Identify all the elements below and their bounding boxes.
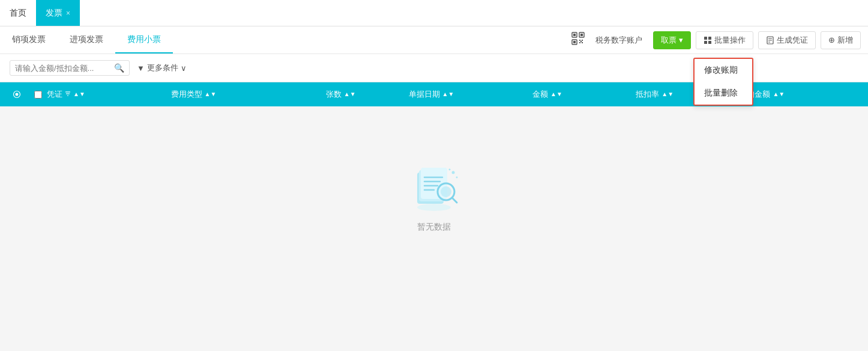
svg-rect-1: [573, 34, 576, 36]
settings-icon: [12, 90, 22, 99]
sort-icon-expense-type[interactable]: ▲▼: [205, 92, 217, 97]
svg-point-35: [449, 169, 451, 171]
th-voucher: 凭证 ▲▼: [47, 89, 171, 100]
modify-period-item[interactable]: 修改账期: [695, 59, 752, 82]
svg-rect-7: [582, 40, 583, 41]
batch-delete-item[interactable]: 批量删除: [695, 82, 752, 105]
svg-rect-11: [704, 37, 707, 40]
top-nav: 首页 发票 ×: [0, 0, 868, 26]
filter-icon-voucher[interactable]: [65, 90, 71, 99]
sort-icon-count[interactable]: ▲▼: [344, 92, 356, 97]
select-all-checkbox[interactable]: [34, 91, 42, 99]
sort-icon-date[interactable]: ▲▼: [442, 92, 454, 97]
svg-rect-14: [708, 41, 711, 44]
nav-tab-label: 发票: [46, 8, 62, 19]
th-amount: 金额 ▲▼: [532, 89, 636, 100]
fetch-ticket-label: 取票: [661, 35, 677, 46]
th-checkbox[interactable]: [29, 91, 47, 99]
nav-tab-invoice[interactable]: 发票 ×: [36, 0, 80, 26]
tax-account-label: 税务数字账户: [595, 35, 642, 46]
search-wrap: 🔍: [10, 60, 130, 76]
svg-rect-3: [580, 34, 583, 36]
tab-sales-invoice[interactable]: 销项发票: [0, 26, 58, 53]
empty-illustration: [404, 154, 464, 215]
empty-text: 暂无数据: [417, 222, 451, 233]
generate-voucher-btn[interactable]: 生成凭证: [758, 31, 816, 49]
add-label: 新增: [837, 35, 853, 46]
batch-operation-btn[interactable]: 批量操作: [696, 31, 753, 49]
svg-rect-8: [579, 42, 580, 43]
fetch-arrow-icon: ▾: [679, 35, 683, 44]
th-date: 单据日期 ▲▼: [409, 89, 533, 100]
svg-rect-12: [708, 37, 711, 40]
th-expense-type: 费用类型 ▲▼: [171, 89, 326, 100]
nav-home[interactable]: 首页: [0, 0, 36, 26]
tax-account-btn[interactable]: 税务数字账户: [589, 32, 648, 49]
more-filter-btn[interactable]: ▼ 更多条件 ∨: [137, 63, 187, 73]
generate-voucher-label: 生成凭证: [777, 35, 808, 46]
svg-rect-10: [580, 41, 582, 42]
svg-rect-5: [573, 41, 576, 43]
sort-icon-deduct-amount[interactable]: ▲▼: [773, 92, 785, 97]
qr-icon[interactable]: [571, 32, 585, 48]
th-deduct-amount: 抵扣金额 ▲▼: [739, 89, 863, 100]
search-icon[interactable]: 🔍: [114, 63, 124, 73]
svg-line-32: [452, 198, 457, 203]
sub-tabs-bar: 销项发票 进项发票 费用小票 税务数字账户: [0, 26, 868, 54]
svg-point-33: [452, 171, 455, 174]
add-btn[interactable]: ⊕ 新增: [821, 31, 861, 49]
svg-point-34: [456, 177, 458, 179]
sort-icon-voucher[interactable]: ▲▼: [73, 92, 85, 97]
svg-rect-6: [579, 40, 580, 41]
batch-icon: [704, 36, 712, 44]
toolbar: 税务数字账户 取票 ▾ 批量操作 修改账期 批量删除: [571, 26, 868, 53]
svg-point-31: [441, 186, 451, 197]
th-count: 张数 ▲▼: [326, 89, 409, 100]
batch-btn-wrap: 批量操作 修改账期 批量删除: [696, 31, 753, 49]
fetch-ticket-btn[interactable]: 取票 ▾: [653, 31, 691, 49]
close-icon[interactable]: ×: [66, 9, 70, 17]
batch-label: 批量操作: [714, 35, 746, 46]
add-icon: ⊕: [828, 35, 835, 44]
th-settings[interactable]: [5, 90, 29, 99]
svg-rect-13: [704, 41, 707, 44]
voucher-icon: [766, 36, 774, 44]
filter-chevron: ∨: [181, 64, 187, 73]
search-input[interactable]: [15, 64, 114, 73]
empty-state: 暂无数据: [0, 106, 868, 257]
filter-icon: ▼: [137, 64, 145, 73]
more-filter-label: 更多条件: [147, 63, 178, 73]
sort-icon-amount[interactable]: ▲▼: [550, 92, 562, 97]
tab-expense-receipt[interactable]: 费用小票: [115, 26, 173, 53]
tab-purchase-invoice[interactable]: 进项发票: [58, 26, 115, 53]
sort-icon-rate[interactable]: ▲▼: [662, 92, 674, 97]
svg-rect-9: [582, 42, 583, 43]
batch-dropdown-menu: 修改账期 批量删除: [693, 58, 753, 106]
svg-point-22: [417, 204, 451, 211]
